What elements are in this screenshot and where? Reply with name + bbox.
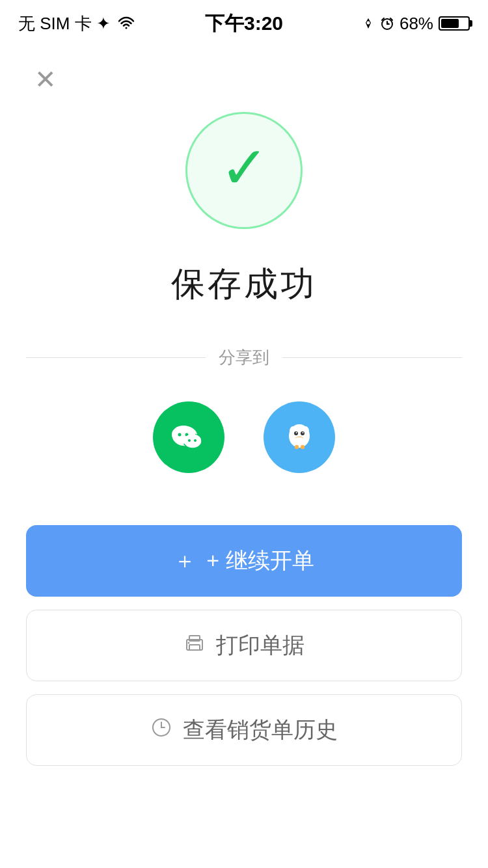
continue-label: + 继续开单: [206, 546, 314, 576]
continue-button[interactable]: ＋ + 继续开单: [26, 525, 462, 597]
svg-point-15: [194, 439, 197, 442]
svg-point-28: [293, 437, 305, 444]
svg-point-22: [295, 432, 297, 433]
qq-icon: [278, 416, 321, 459]
svg-point-13: [184, 434, 201, 447]
svg-point-20: [294, 431, 298, 435]
battery-percent: 68%: [400, 14, 433, 34]
svg-rect-26: [295, 445, 299, 449]
share-label: 分享到: [206, 346, 282, 369]
svg-rect-31: [189, 645, 200, 650]
status-right: 68%: [362, 14, 470, 34]
status-left: 无 SIM 卡 ✦: [18, 12, 135, 35]
print-button[interactable]: 打印单据: [26, 610, 462, 681]
main-content: ✕ ✓ 保存成功 分享到: [0, 47, 488, 868]
wechat-share-button[interactable]: [153, 401, 224, 473]
svg-point-21: [301, 431, 305, 435]
action-buttons: ＋ + 继续开单 打印单据 查看销货单历史: [26, 525, 462, 779]
svg-point-0: [366, 21, 370, 25]
checkmark-icon: ✓: [220, 139, 269, 197]
success-circle: ✓: [185, 112, 303, 229]
close-icon: ✕: [34, 66, 57, 92]
svg-rect-27: [301, 445, 305, 449]
history-button[interactable]: 查看销货单历史: [26, 694, 462, 766]
svg-point-14: [188, 439, 191, 442]
print-label: 打印单据: [216, 631, 305, 660]
share-section: 分享到: [26, 346, 462, 369]
success-title: 保存成功: [171, 262, 317, 307]
sim-status: 无 SIM 卡 ✦: [18, 12, 111, 35]
close-button[interactable]: ✕: [26, 60, 65, 99]
wifi-icon: [117, 16, 135, 31]
battery-icon: [439, 16, 470, 31]
svg-point-32: [188, 642, 190, 644]
wechat-icon: [168, 416, 210, 459]
qq-share-button[interactable]: [264, 401, 335, 473]
status-bar: 无 SIM 卡 ✦ 下午3:20 68%: [0, 0, 488, 47]
print-icon: [183, 632, 206, 659]
plus-icon: ＋: [174, 546, 196, 576]
share-icons: [153, 401, 335, 473]
svg-point-11: [178, 433, 181, 436]
status-time: 下午3:20: [205, 10, 283, 37]
svg-point-23: [302, 432, 303, 433]
clock-icon: [150, 716, 172, 744]
alarm-icon: [380, 16, 394, 31]
history-label: 查看销货单历史: [183, 715, 338, 745]
location-icon: [362, 17, 375, 30]
